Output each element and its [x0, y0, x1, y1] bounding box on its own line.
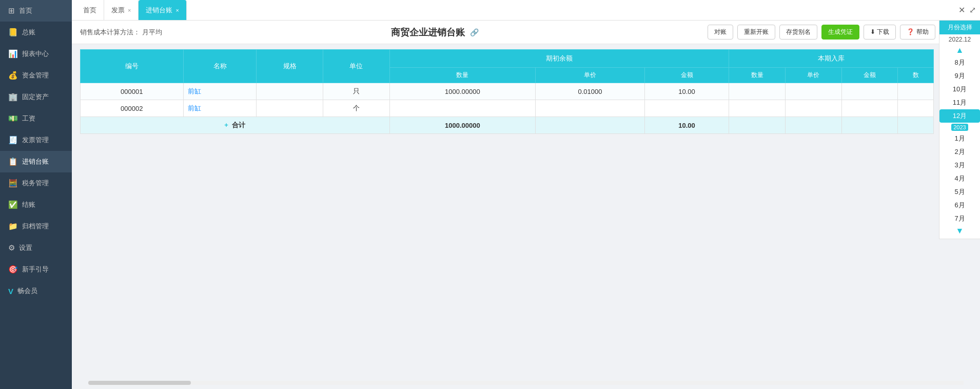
- sidebar-item-ledger[interactable]: 📒 总账: [0, 22, 72, 43]
- month-7[interactable]: 7月: [939, 212, 980, 225]
- month-9[interactable]: 9月: [939, 69, 980, 83]
- tab-invoice[interactable]: 发票 ×: [104, 0, 139, 20]
- cell-name: 前缸: [183, 83, 257, 100]
- window-close-button[interactable]: ✕: [958, 5, 965, 15]
- download-button[interactable]: ⬇ 下载: [864, 25, 896, 40]
- cell-name: 前缸: [183, 100, 257, 117]
- title-link-icon[interactable]: 🔗: [470, 28, 479, 36]
- month-11[interactable]: 11月: [939, 96, 980, 109]
- assets-icon: 🏢: [8, 92, 18, 102]
- sidebar-item-settle[interactable]: ✅ 结账: [0, 194, 72, 216]
- save-alias-button[interactable]: 存货别名: [779, 25, 817, 40]
- sidebar-item-funds[interactable]: 💰 资金管理: [0, 65, 72, 86]
- sidebar-item-invoice[interactable]: 🧾 发票管理: [0, 129, 72, 151]
- sidebar-item-tax[interactable]: 🧮 税务管理: [0, 172, 72, 194]
- tab-jinxiao-close[interactable]: ×: [175, 7, 179, 13]
- month-6[interactable]: 6月: [939, 199, 980, 212]
- tab-invoice-close[interactable]: ×: [128, 7, 131, 13]
- sidebar-item-guide[interactable]: 🎯 新手引导: [0, 259, 72, 280]
- help-button[interactable]: ❓ 帮助: [900, 25, 935, 40]
- sidebar-item-label: 首页: [19, 6, 32, 15]
- sidebar-item-label: 设置: [19, 243, 32, 252]
- tab-jinxiao[interactable]: 进销台账 ×: [139, 0, 186, 20]
- home-icon: ⊞: [8, 6, 15, 15]
- sidebar-item-vip[interactable]: V 畅会员: [0, 280, 72, 302]
- sidebar-item-reports[interactable]: 📊 报表中心: [0, 43, 72, 65]
- tab-jinxiao-label: 进销台账: [146, 6, 172, 15]
- scrollbar-area[interactable]: [72, 379, 980, 389]
- cell-amount-init: 10.00: [644, 83, 729, 100]
- duizhang-button[interactable]: 对账: [708, 25, 733, 40]
- col-header-name: 名称: [183, 50, 257, 83]
- total-price-in: [785, 117, 841, 134]
- total-price-init: [536, 117, 645, 134]
- cell-price-init: [536, 100, 645, 117]
- sidebar-item-label: 归档管理: [22, 222, 49, 231]
- sidebar-item-label: 税务管理: [22, 179, 49, 188]
- month-scroll-up[interactable]: ▲: [956, 45, 964, 56]
- top-bar: 销售成本计算方法： 月平均 商贸企业进销台账 🔗 对账 重新开账 存货别名 生成…: [72, 21, 980, 44]
- cell-amount-init: [644, 100, 729, 117]
- sidebar-item-jinxiao[interactable]: 📋 进销台账: [0, 151, 72, 172]
- help-icon: ❓: [907, 28, 914, 35]
- month-1[interactable]: 1月: [939, 132, 980, 145]
- cell-id: 000002: [81, 100, 184, 117]
- col-header-benqi: 本期入库: [729, 50, 934, 68]
- main-area: 首页 发票 × 进销台账 × ✕ ⤢ 销售成本计算方法： 月平均 商贸企业进销台…: [72, 0, 980, 389]
- cell-unit: 个: [323, 100, 389, 117]
- tab-invoice-label: 发票: [111, 6, 125, 15]
- col-header-amount-init: 金额: [644, 68, 729, 83]
- sidebar-item-label: 进销台账: [22, 157, 49, 166]
- sidebar-item-assets[interactable]: 🏢 固定资产: [0, 86, 72, 108]
- jinxiao-icon: 📋: [8, 157, 18, 166]
- cell-price-in: [785, 100, 841, 117]
- month-5[interactable]: 5月: [939, 185, 980, 199]
- month-panel-title: 月份选择: [939, 21, 980, 34]
- month-scroll-down[interactable]: ▼: [956, 225, 964, 237]
- sidebar-item-home[interactable]: ⊞ 首页: [0, 0, 72, 22]
- invoice-icon: 🧾: [8, 135, 18, 145]
- vip-icon: V: [8, 287, 13, 296]
- cost-method-info: 销售成本计算方法： 月平均: [80, 28, 162, 37]
- col-header-price-in: 单价: [785, 68, 841, 83]
- cell-extra: [898, 100, 934, 117]
- content-area: 销售成本计算方法： 月平均 商贸企业进销台账 🔗 对账 重新开账 存货别名 生成…: [72, 21, 980, 389]
- toolbar-buttons: 对账 重新开账 存货别名 生成凭证 ⬇ 下载 ❓ 帮助 ↻ 刷新: [708, 25, 972, 40]
- sidebar-item-archive[interactable]: 📁 归档管理: [0, 216, 72, 237]
- month-4[interactable]: 4月: [939, 172, 980, 185]
- cell-qty-in: [729, 100, 786, 117]
- col-header-price-init: 单价: [536, 68, 645, 83]
- month-10[interactable]: 10月: [939, 83, 980, 96]
- cost-method-value: 月平均: [142, 28, 162, 36]
- sidebar-item-settings[interactable]: ⚙ 设置: [0, 237, 72, 259]
- table-row: 000001 前缸 只 1000.00000 0.01000 10.00: [81, 83, 934, 100]
- month-12[interactable]: 12月: [939, 109, 980, 123]
- sidebar-item-salary[interactable]: 💵 工资: [0, 108, 72, 129]
- sidebar-item-label: 工资: [22, 114, 35, 123]
- total-icon: +: [224, 121, 228, 129]
- reopen-button[interactable]: 重新开账: [737, 25, 775, 40]
- cell-qty-init: [389, 100, 536, 117]
- month-8[interactable]: 8月: [939, 56, 980, 69]
- page-title: 商贸企业进销台账 🔗: [391, 26, 479, 38]
- sidebar-item-label: 总账: [22, 28, 35, 37]
- window-expand-button[interactable]: ⤢: [969, 5, 976, 15]
- settle-icon: ✅: [8, 200, 18, 209]
- total-amount-in: [841, 117, 898, 134]
- tab-home[interactable]: 首页: [76, 0, 104, 20]
- month-2[interactable]: 2月: [939, 145, 980, 159]
- total-amount-init: 10.00: [644, 117, 729, 134]
- month-panel: 月份选择 2022.12 ▲ 8月 9月 10月 11月 12月 2023 1月…: [939, 21, 980, 239]
- cell-amount-in: [841, 83, 898, 100]
- sidebar-item-label: 畅会员: [17, 286, 37, 296]
- cell-qty-init: 1000.00000: [389, 83, 536, 100]
- col-header-extra: 数: [898, 68, 934, 83]
- col-header-qty-init: 数量: [389, 68, 536, 83]
- sidebar-item-label: 发票管理: [22, 135, 49, 145]
- cell-spec: [257, 100, 323, 117]
- funds-icon: 💰: [8, 71, 18, 80]
- col-header-qichu: 期初余额: [389, 50, 729, 68]
- cell-spec: [257, 83, 323, 100]
- month-3[interactable]: 3月: [939, 159, 980, 172]
- generate-button[interactable]: 生成凭证: [821, 25, 859, 40]
